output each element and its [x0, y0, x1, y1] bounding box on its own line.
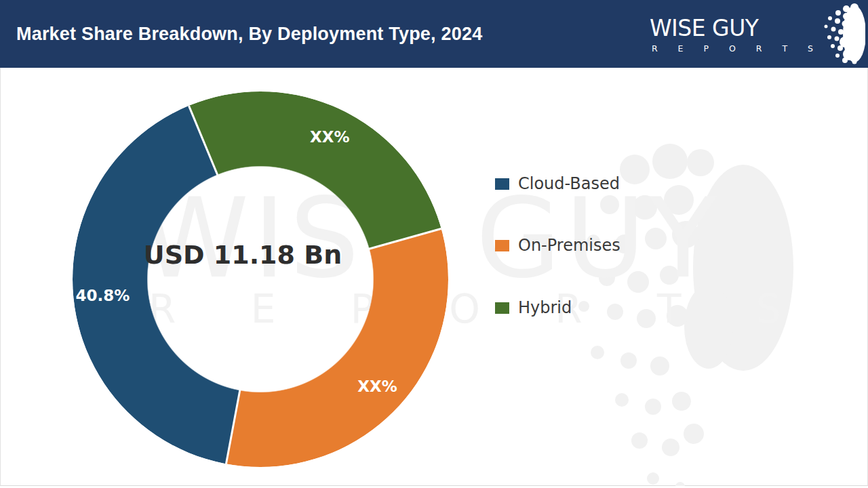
- legend-label: On-Premises: [518, 236, 620, 255]
- page-title: Market Share Breakdown, By Deployment Ty…: [0, 24, 482, 45]
- donut-chart: XX% XX% 40.8%: [73, 92, 448, 467]
- brand-head-icon: [819, 3, 865, 64]
- legend-item-cloud-based: Cloud-Based: [495, 174, 620, 193]
- legend-swatch-cloud-based: [495, 178, 509, 190]
- page: Market Share Breakdown, By Deployment Ty…: [0, 0, 868, 488]
- legend-label: Cloud-Based: [518, 174, 620, 193]
- donut-center-value: USD 11.18 Bn: [144, 240, 342, 270]
- donut-ring: [73, 92, 448, 467]
- legend-swatch-hybrid: [495, 302, 509, 314]
- legend-swatch-on-premises: [495, 240, 509, 251]
- legend-item-hybrid: Hybrid: [495, 298, 572, 317]
- slice-separator: [224, 279, 261, 464]
- chart-area: WISE GUY R E P O R T S XX% XX% 40.8% USD…: [0, 68, 868, 486]
- header-bar: Market Share Breakdown, By Deployment Ty…: [0, 0, 868, 68]
- brand-wordmark: WISE GUY: [650, 15, 822, 41]
- brand-subtext: R E P O R T S: [650, 43, 822, 54]
- legend-item-on-premises: On-Premises: [495, 236, 620, 255]
- legend-label: Hybrid: [518, 298, 572, 317]
- brand-logo: WISE GUY R E P O R T S: [650, 15, 822, 54]
